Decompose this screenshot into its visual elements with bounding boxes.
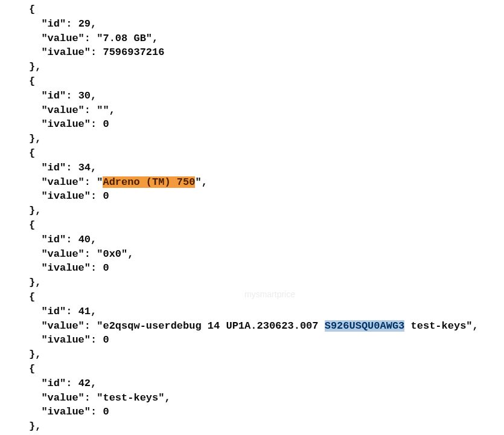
comma: , <box>91 18 97 30</box>
brace-close: }, <box>29 205 41 216</box>
brace-open: { <box>29 363 35 375</box>
comma: , <box>91 306 97 317</box>
entry-4-ivalue: 0 <box>103 334 109 346</box>
key-id: "id": <box>41 306 78 317</box>
brace-open: { <box>29 4 35 15</box>
json-code-viewer: { "id": 29, "value": "7.08 GB", "ivalue"… <box>0 0 504 435</box>
entry-0-value: 7.08 GB <box>103 33 145 44</box>
brace-close: }, <box>29 420 41 432</box>
comma: , <box>91 90 97 102</box>
brace-close: }, <box>29 349 41 360</box>
entry-4-value-suffix: test-keys <box>404 320 466 332</box>
comma: , <box>152 33 158 44</box>
entry-3-value: 0x0 <box>103 248 121 260</box>
gpu-name-highlight: Adreno (TM) 750 <box>103 176 195 188</box>
brace-open: { <box>29 219 35 231</box>
key-value: "value": <box>41 176 97 188</box>
entry-5-id: 42 <box>78 378 91 389</box>
entry-5-ivalue: 0 <box>103 406 109 417</box>
key-value: "value": <box>41 33 97 44</box>
brace-open: { <box>29 291 35 303</box>
comma: , <box>473 320 479 332</box>
key-id: "id": <box>41 162 78 173</box>
code-block: { "id": 29, "value": "7.08 GB", "ivalue"… <box>0 0 504 435</box>
entry-4-id: 41 <box>78 306 91 317</box>
entry-5-value: test-keys <box>103 392 158 404</box>
key-id: "id": <box>41 378 78 389</box>
key-ivalue: "ivalue": <box>41 406 103 417</box>
key-id: "id": <box>41 18 78 30</box>
brace-close: }, <box>29 133 41 144</box>
comma: , <box>91 234 97 245</box>
entry-0-id: 29 <box>78 18 91 30</box>
comma: , <box>164 392 170 404</box>
key-ivalue: "ivalue": <box>41 334 103 346</box>
entry-1-id: 30 <box>78 90 91 102</box>
comma: , <box>91 378 97 389</box>
comma: , <box>202 176 208 188</box>
key-value: "value": <box>41 392 97 404</box>
key-ivalue: "ivalue": <box>41 190 103 202</box>
key-id: "id": <box>41 234 78 245</box>
entry-1-ivalue: 0 <box>103 118 109 130</box>
key-ivalue: "ivalue": <box>41 262 103 274</box>
entry-2-ivalue: 0 <box>103 190 109 202</box>
key-value: "value": <box>41 105 97 116</box>
brace-close: }, <box>29 61 41 72</box>
brace-close: }, <box>29 277 41 288</box>
build-id-highlight: S926USQU0AWG3 <box>325 320 405 332</box>
key-ivalue: "ivalue": <box>41 47 103 58</box>
brace-open: { <box>29 76 35 87</box>
key-value: "value": <box>41 320 97 332</box>
entry-2-id: 34 <box>78 162 91 173</box>
entry-0-ivalue: 7596937216 <box>103 47 164 58</box>
key-value: "value": <box>41 248 97 260</box>
key-ivalue: "ivalue": <box>41 118 103 130</box>
key-id: "id": <box>41 90 78 102</box>
entry-3-ivalue: 0 <box>103 262 109 274</box>
entry-3-id: 40 <box>78 234 91 245</box>
comma: , <box>91 162 97 173</box>
comma: , <box>109 105 115 116</box>
entry-4-value-prefix: e2qsqw-userdebug 14 UP1A.230623.007 <box>103 320 324 332</box>
brace-open: { <box>29 147 35 159</box>
comma: , <box>127 248 133 260</box>
